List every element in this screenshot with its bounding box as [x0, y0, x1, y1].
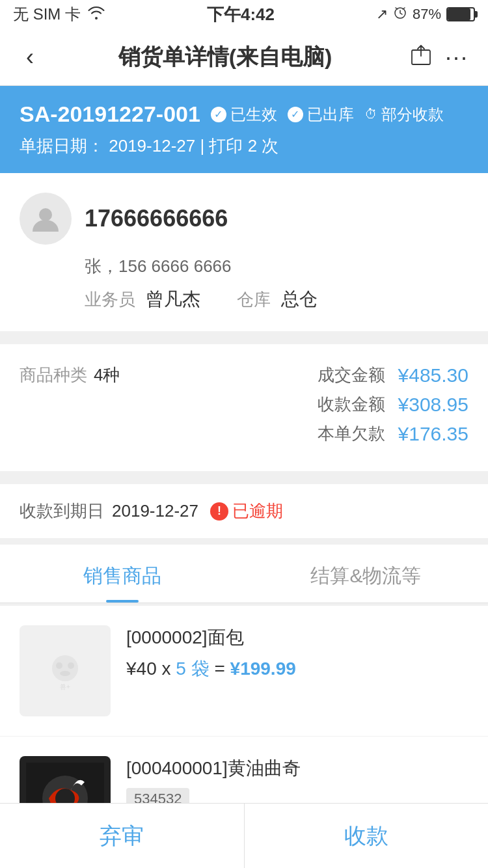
- battery-icon: [446, 7, 475, 21]
- alarm-icon: [393, 5, 407, 23]
- qty-1: 5: [176, 658, 186, 679]
- debt-label: 本单欠款: [318, 422, 385, 445]
- more-icon[interactable]: ···: [445, 44, 468, 71]
- status-right: ↗ 87%: [376, 5, 475, 23]
- print-count: 2: [248, 136, 257, 156]
- print-label: | 打印: [200, 136, 243, 156]
- svg-point-2: [39, 208, 52, 221]
- due-label: 收款到期日: [20, 500, 104, 522]
- nav-actions: ···: [410, 44, 468, 71]
- customer-id: 17666666666: [85, 205, 228, 232]
- product-name-2: [000400001]黄油曲奇: [126, 756, 468, 781]
- summary-section: 商品种类 4种 成交金额 ¥485.30 收款金额 ¥308.95 本单欠款 ¥…: [0, 344, 488, 471]
- received-amount-value: ¥308.95: [398, 394, 468, 416]
- tab-sales-products[interactable]: 销售商品: [0, 545, 244, 603]
- received-amount-row: 收款金额 ¥308.95: [318, 393, 468, 416]
- location-icon: ↗: [376, 6, 388, 23]
- battery-text: 87%: [413, 6, 441, 23]
- overdue-badge: ! 已逾期: [210, 500, 283, 522]
- deal-amount-label: 成交金额: [318, 364, 385, 387]
- due-date-section: 收款到期日 2019-12-27 ! 已逾期: [0, 484, 488, 538]
- badge-shipped: ✓ 已出库: [288, 104, 354, 125]
- customer-section: 17666666666 张，156 6666 6666 业务员 曾凡杰 仓库 总…: [0, 173, 488, 331]
- customer-avatar: [20, 193, 72, 245]
- deal-amount-value: ¥485.30: [398, 364, 468, 387]
- print-unit: 次: [262, 136, 278, 156]
- date-label: 单据日期：: [20, 136, 104, 156]
- customer-phone: 张，156 6666 6666: [20, 255, 468, 278]
- product-type-label: 商品种类: [20, 364, 87, 387]
- back-button[interactable]: ‹: [20, 37, 40, 77]
- nav-bar: ‹ 销货单详情(来自电脑) ···: [0, 29, 488, 86]
- order-id-row: SA-20191227-001 ✓ 已生效 ✓ 已出库 ⏱ 部分收款: [20, 102, 468, 127]
- received-amount-label: 收款金额: [318, 393, 385, 416]
- product-price-1: ¥40 x 5 袋 = ¥199.99: [126, 657, 468, 681]
- check-icon-2: ✓: [288, 107, 303, 122]
- warehouse-name: 总仓: [281, 287, 318, 312]
- deal-amount-row: 成交金额 ¥485.30: [318, 364, 468, 387]
- product-info-1: [0000002]面包 ¥40 x 5 袋 = ¥199.99: [126, 625, 468, 716]
- summary-right: 成交金额 ¥485.30 收款金额 ¥308.95 本单欠款 ¥176.35: [318, 364, 468, 452]
- price-unit-1: ¥40: [126, 658, 157, 679]
- staff-name: 曾凡杰: [146, 287, 200, 312]
- status-time: 下午4:42: [207, 3, 275, 26]
- nav-title: 销货单详情(来自电脑): [118, 42, 332, 72]
- abandon-review-button[interactable]: 弃审: [0, 804, 245, 868]
- staff-row: 业务员 曾凡杰 仓库 总仓: [20, 287, 468, 312]
- order-date: 2019-12-27: [109, 136, 195, 156]
- product-type-value: 4种: [94, 364, 120, 387]
- customer-name-row: 17666666666: [20, 193, 468, 245]
- svg-point-4: [56, 662, 62, 669]
- svg-point-3: [52, 655, 78, 681]
- overdue-icon: !: [210, 502, 228, 521]
- share-icon[interactable]: [410, 44, 432, 70]
- header-date-row: 单据日期： 2019-12-27 | 打印 2 次: [20, 135, 468, 157]
- svg-text:兽+: 兽+: [60, 683, 70, 690]
- badge-partial: ⏱ 部分收款: [364, 104, 444, 125]
- badge-active: ✓ 已生效: [211, 104, 277, 125]
- svg-point-6: [60, 671, 70, 676]
- status-left: 无 SIM 卡: [13, 4, 105, 25]
- warehouse-label: 仓库: [237, 288, 271, 311]
- product-item-1: 兽+ [0000002]面包 ¥40 x 5 袋 = ¥199.99: [0, 606, 488, 737]
- summary-left: 商品种类 4种: [20, 364, 120, 390]
- collect-payment-button[interactable]: 收款: [245, 804, 489, 868]
- check-icon-1: ✓: [211, 107, 226, 122]
- tabs-section: 销售商品 结算&物流等: [0, 545, 488, 603]
- overdue-text: 已逾期: [232, 500, 283, 522]
- order-id: SA-20191227-001: [20, 102, 200, 127]
- carrier-text: 无 SIM 卡: [13, 4, 81, 25]
- status-bar: 无 SIM 卡 下午4:42 ↗ 87%: [0, 0, 488, 29]
- due-date-value: 2019-12-27: [112, 501, 198, 521]
- debt-row: 本单欠款 ¥176.35: [318, 422, 468, 445]
- product-thumb-1: 兽+: [20, 625, 111, 716]
- tab-settlement[interactable]: 结算&物流等: [244, 545, 488, 603]
- product-name-1: [0000002]面包: [126, 625, 468, 650]
- header-banner: SA-20191227-001 ✓ 已生效 ✓ 已出库 ⏱ 部分收款 单据日期：…: [0, 86, 488, 173]
- debt-value: ¥176.35: [398, 423, 468, 445]
- qty-unit-1: 袋: [191, 658, 210, 679]
- bottom-bar: 弃审 收款: [0, 803, 488, 868]
- tabs-row: 销售商品 结算&物流等: [0, 545, 488, 603]
- wifi-icon: [87, 5, 105, 23]
- product-type-row: 商品种类 4种: [20, 364, 120, 387]
- total-1: ¥199.99: [230, 658, 296, 679]
- staff-label: 业务员: [85, 288, 135, 311]
- svg-point-5: [68, 662, 74, 669]
